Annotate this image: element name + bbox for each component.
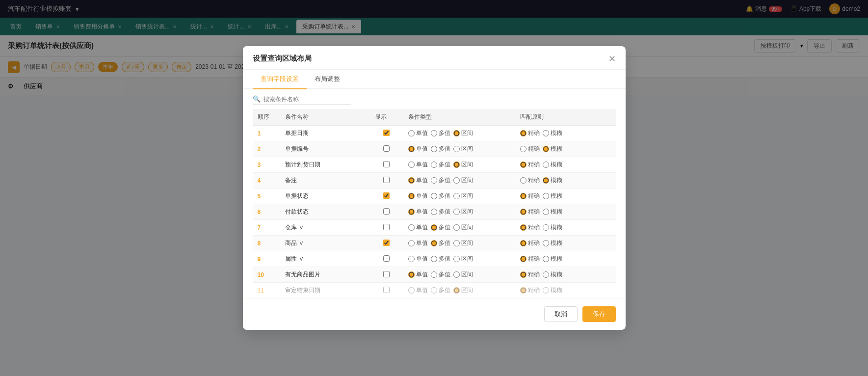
modal-tab-layout-label: 布局调整	[315, 75, 340, 82]
modal-title: 设置查询区域布局	[253, 54, 312, 63]
modal-tab-layout[interactable]: 布局调整	[307, 70, 348, 89]
modal-tab-query-label: 查询字段设置	[261, 75, 299, 82]
modal-header: 设置查询区域布局 ✕	[243, 46, 626, 70]
modal-tab-query-fields[interactable]: 查询字段设置	[253, 70, 307, 89]
settings-modal: 设置查询区域布局 ✕ 查询字段设置 布局调整 🔍 顺序	[243, 46, 626, 95]
modal-overlay: 设置查询区域布局 ✕ 查询字段设置 布局调整 🔍 顺序	[0, 0, 868, 95]
modal-search-area: 🔍	[243, 89, 626, 95]
modal-close-btn[interactable]: ✕	[608, 54, 616, 63]
modal-tabs: 查询字段设置 布局调整	[243, 70, 626, 89]
